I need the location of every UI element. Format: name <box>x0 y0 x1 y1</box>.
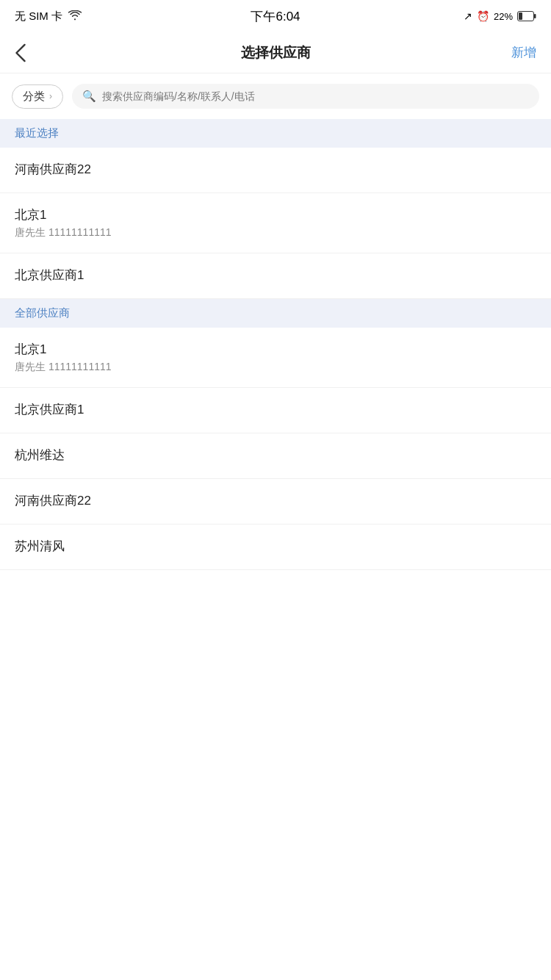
item-name: 北京1 <box>15 341 536 358</box>
item-name: 杭州维达 <box>15 447 536 464</box>
item-name: 河南供应商22 <box>15 161 536 178</box>
recent-items-list: 河南供应商22 北京1 唐先生 11111111111 北京供应商1 <box>0 148 551 299</box>
item-name: 北京供应商1 <box>15 267 536 284</box>
status-time: 下午6:04 <box>251 8 300 25</box>
all-list-item[interactable]: 北京1 唐先生 11111111111 <box>0 328 551 388</box>
back-button[interactable] <box>15 43 26 62</box>
item-name: 苏州清风 <box>15 538 536 555</box>
recent-section-header: 最近选择 <box>0 119 551 148</box>
recent-list-item[interactable]: 河南供应商22 <box>0 148 551 193</box>
wifi-icon <box>68 10 82 23</box>
search-input[interactable] <box>102 90 529 102</box>
category-button[interactable]: 分类 › <box>12 84 63 109</box>
chevron-right-icon: › <box>49 91 52 101</box>
recent-list-item[interactable]: 北京供应商1 <box>0 253 551 299</box>
filter-bar: 分类 › 🔍 <box>0 73 551 119</box>
category-label: 分类 <box>23 90 45 104</box>
item-name: 北京1 <box>15 206 536 223</box>
item-detail: 唐先生 11111111111 <box>15 226 536 239</box>
nav-bar: 选择供应商 新增 <box>0 32 551 73</box>
no-sim-text: 无 SIM 卡 <box>15 10 62 24</box>
status-left: 无 SIM 卡 <box>15 10 82 24</box>
item-name: 河南供应商22 <box>15 492 536 509</box>
svg-rect-1 <box>519 12 522 20</box>
battery-text: 22% <box>494 11 513 22</box>
all-list-item[interactable]: 杭州维达 <box>0 433 551 479</box>
all-list-item[interactable]: 苏州清风 <box>0 525 551 570</box>
recent-section-label: 最近选择 <box>15 126 59 139</box>
location-icon: ↗ <box>464 10 472 22</box>
all-items-list: 北京1 唐先生 11111111111 北京供应商1 杭州维达 河南供应商22 … <box>0 328 551 570</box>
all-section-label: 全部供应商 <box>15 306 70 319</box>
item-detail: 唐先生 11111111111 <box>15 361 536 374</box>
search-icon: 🔍 <box>82 90 96 103</box>
all-list-item[interactable]: 河南供应商22 <box>0 479 551 525</box>
status-bar: 无 SIM 卡 下午6:04 ↗ ⏰ 22% <box>0 0 551 32</box>
all-section-header: 全部供应商 <box>0 299 551 328</box>
battery-icon <box>517 11 536 21</box>
status-right: ↗ ⏰ 22% <box>464 10 536 22</box>
item-name: 北京供应商1 <box>15 401 536 418</box>
svg-rect-2 <box>534 14 536 18</box>
recent-list-item[interactable]: 北京1 唐先生 11111111111 <box>0 193 551 253</box>
alarm-icon: ⏰ <box>477 10 489 22</box>
search-box: 🔍 <box>72 84 539 109</box>
all-list-item[interactable]: 北京供应商1 <box>0 388 551 433</box>
page-title: 选择供应商 <box>241 43 311 62</box>
add-button[interactable]: 新增 <box>511 44 536 61</box>
